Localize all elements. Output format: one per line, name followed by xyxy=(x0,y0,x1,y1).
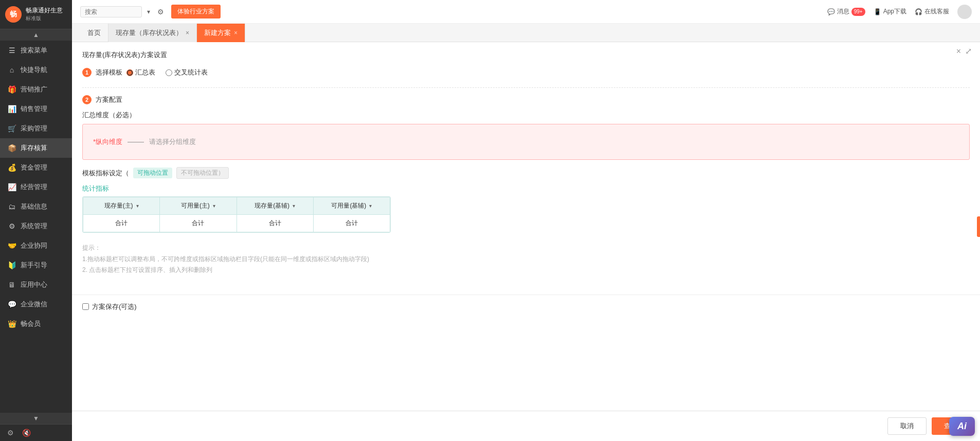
sidebar-item-enterprise-label: 企业协同 xyxy=(21,241,47,250)
indicator-section: 模板指标设定（ 可拖动位置 不可拖动位置） 统计指标 xyxy=(82,167,970,234)
sidebar-item-quick-nav[interactable]: ⌂ 快捷导航 xyxy=(0,60,72,80)
radio-cross[interactable] xyxy=(166,69,172,76)
messages-item[interactable]: 💬 消息 99+ xyxy=(827,7,865,16)
tab-inventory-status-close[interactable]: × xyxy=(186,29,189,36)
messages-badge: 99+ xyxy=(851,8,865,16)
col-2-chevron[interactable]: ▾ xyxy=(213,203,215,209)
industry-plan-button[interactable]: 体验行业方案 xyxy=(171,5,221,19)
radio-cross-label[interactable]: 交叉统计表 xyxy=(166,68,208,77)
sales-icon: 📊 xyxy=(7,104,16,114)
step1-header: 1 选择模板 汇总表 交叉统计表 xyxy=(82,68,970,77)
radio-summary-label[interactable]: 汇总表 xyxy=(126,68,155,77)
sidebar-item-finance-label: 资金管理 xyxy=(21,163,47,172)
tip-1: 1.拖动标题栏可以调整布局，不可跨维度或指标区域拖动栏目字段(只能在同一维度或指… xyxy=(82,254,970,265)
sidebar-item-finance[interactable]: 💰 资金管理 xyxy=(0,158,72,177)
stats-table: 现存量(主) ▾ 可用量(主) ▾ xyxy=(83,197,390,232)
col-header-4[interactable]: 可用量(基辅) ▾ xyxy=(313,197,390,215)
sidebar-item-wechat[interactable]: 💬 企业微信 xyxy=(0,295,72,314)
sidebar-item-sales-label: 销售管理 xyxy=(21,104,47,114)
sidebar-item-member[interactable]: 👑 畅会员 xyxy=(0,314,72,334)
logo-icon: 畅 xyxy=(5,6,22,23)
template-radio-group: 汇总表 交叉统计表 xyxy=(126,68,208,77)
col-header-1[interactable]: 现存量(主) ▾ xyxy=(83,197,160,215)
topbar: ▾ ⚙ 体验行业方案 💬 消息 99+ 📱 App下载 🎧 在线客服 xyxy=(72,0,980,24)
tab-inventory-status[interactable]: 现存量（库存状况表） × xyxy=(108,24,197,42)
col-1-chevron[interactable]: ▾ xyxy=(136,203,139,209)
user-avatar[interactable] xyxy=(957,5,972,19)
search-input[interactable] xyxy=(80,6,142,17)
col-3-chevron[interactable]: ▾ xyxy=(293,203,295,209)
col-header-2[interactable]: 可用量(主) ▾ xyxy=(160,197,237,215)
sidebar-item-inventory-label: 库存核算 xyxy=(21,143,47,153)
right-handle[interactable] xyxy=(977,216,980,237)
summary-dimension-label: 汇总维度（必选） xyxy=(82,111,970,120)
sidebar-item-system-label: 系统管理 xyxy=(21,222,47,231)
sidebar-item-marketing[interactable]: 🎁 营销推广 xyxy=(0,80,72,99)
tab-inventory-status-label: 现存量（库存状况表） xyxy=(116,28,183,38)
save-scheme-label[interactable]: 方案保存(可选) xyxy=(82,302,137,311)
sidebar-item-sales[interactable]: 📊 销售管理 xyxy=(0,99,72,119)
page-content: 现存量(库存状况表)方案设置 1 选择模板 汇总表 交叉统计表 xyxy=(72,42,980,295)
sidebar-item-enterprise[interactable]: 🤝 企业协同 xyxy=(0,236,72,255)
enterprise-icon: 🤝 xyxy=(7,241,16,250)
tabbar: 首页 现存量（库存状况表） × 新建方案 × xyxy=(72,24,980,42)
sidebar-item-search[interactable]: ☰ 搜索菜单 xyxy=(0,41,72,60)
sidebar-item-operations[interactable]: 📈 经营管理 xyxy=(0,177,72,197)
speaker-icon[interactable]: 🔇 xyxy=(22,429,31,437)
col-header-2-label: 可用量(主) xyxy=(181,201,210,210)
basic-info-icon: 🗂 xyxy=(7,202,16,211)
sidebar-scroll-up[interactable]: ▲ xyxy=(0,29,72,41)
sidebar-scroll-down[interactable]: ▼ xyxy=(0,413,72,424)
indicator-label-text: 模板指标设定（ xyxy=(82,169,129,178)
purchase-icon: 🛒 xyxy=(7,124,16,133)
tab-new-scheme[interactable]: 新建方案 × xyxy=(197,24,245,42)
tip-2: 2. 点击标题栏下拉可设置排序、插入列和删除列 xyxy=(82,265,970,276)
save-scheme-checkbox[interactable] xyxy=(82,303,89,310)
app-download-label: App下载 xyxy=(883,7,906,16)
indicator-label: 模板指标设定（ 可拖动位置 不可拖动位置） xyxy=(82,167,970,179)
sidebar-item-newbie-label: 新手引导 xyxy=(21,261,47,270)
sidebar-bottom: ⚙ 🔇 xyxy=(0,424,72,441)
sidebar-item-marketing-label: 营销推广 xyxy=(21,85,47,94)
sidebar-item-newbie[interactable]: 🔰 新手引导 xyxy=(0,255,72,275)
step1-badge: 1 xyxy=(82,68,92,77)
col-4-chevron[interactable]: ▾ xyxy=(369,203,372,209)
sidebar-item-purchase[interactable]: 🛒 采购管理 xyxy=(0,119,72,138)
online-service-item[interactable]: 🎧 在线客服 xyxy=(915,7,949,16)
sidebar-logo: 畅 畅康通好生意 标准版 xyxy=(0,0,72,29)
app-download-icon: 📱 xyxy=(874,8,881,15)
newbie-icon: 🔰 xyxy=(7,261,16,270)
panel-close-button[interactable]: × xyxy=(956,47,961,56)
col-header-3[interactable]: 现存量(基辅) ▾ xyxy=(237,197,313,215)
table-row: 合计 合计 合计 合计 xyxy=(83,215,390,232)
dimension-arrow: —— xyxy=(128,137,144,146)
radio-summary-text: 汇总表 xyxy=(135,68,155,77)
col-header-1-label: 现存量(主) xyxy=(104,201,133,210)
sidebar-item-inventory[interactable]: 📦 库存核算 xyxy=(0,138,72,158)
ai-button[interactable]: Ai xyxy=(949,417,975,436)
topbar-gear-icon[interactable]: ⚙ xyxy=(157,8,164,16)
step1-title: 选择模板 xyxy=(96,68,122,77)
topbar-dropdown[interactable]: ▾ xyxy=(147,8,150,15)
draggable-badge: 可拖动位置 xyxy=(133,168,172,178)
non-draggable-badge: 不可拖动位置） xyxy=(176,167,229,179)
cancel-button[interactable]: 取消 xyxy=(887,417,927,435)
headset-icon: 🎧 xyxy=(915,8,922,15)
radio-summary[interactable] xyxy=(126,69,133,76)
app-download-item[interactable]: 📱 App下载 xyxy=(874,7,906,16)
main-area: ▾ ⚙ 体验行业方案 💬 消息 99+ 📱 App下载 🎧 在线客服 首页 xyxy=(72,0,980,441)
panel-expand-button[interactable]: ⤢ xyxy=(965,46,972,56)
marketing-icon: 🎁 xyxy=(7,85,16,94)
tab-home-label: 首页 xyxy=(87,28,101,38)
sidebar-item-basic-info[interactable]: 🗂 基础信息 xyxy=(0,197,72,216)
cell-1-1: 合计 xyxy=(83,215,160,232)
sidebar-item-app-center[interactable]: 🖥 应用中心 xyxy=(0,275,72,295)
sidebar-item-system[interactable]: ⚙ 系统管理 xyxy=(0,216,72,236)
topbar-search-area xyxy=(80,6,142,17)
tab-home[interactable]: 首页 xyxy=(80,24,108,42)
tab-new-scheme-close[interactable]: × xyxy=(234,29,238,36)
dimension-box: *纵向维度 —— 请选择分组维度 xyxy=(82,124,970,160)
step2-badge: 2 xyxy=(82,95,92,104)
vertical-dimension-required: *纵向维度 xyxy=(93,137,122,146)
settings-icon[interactable]: ⚙ xyxy=(7,429,14,437)
